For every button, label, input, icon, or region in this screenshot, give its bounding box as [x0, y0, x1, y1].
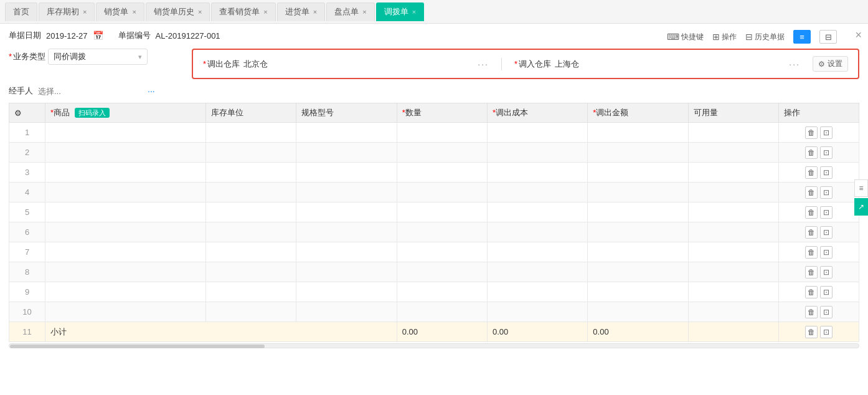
row-copy-9[interactable]: ⊡ [820, 286, 833, 298]
row-qty-8[interactable] [397, 262, 487, 282]
row-qty-5[interactable] [397, 202, 487, 222]
tab-home[interactable]: 首页 [5, 2, 37, 21]
row-delete-2[interactable]: 🗑 [805, 146, 818, 159]
row-available-4[interactable] [688, 183, 778, 202]
row-unit-9[interactable] [206, 282, 296, 302]
row-amount-6[interactable] [588, 222, 688, 242]
row-qty-10[interactable] [397, 302, 487, 322]
ops-button[interactable]: ⊞ 操作 [712, 32, 737, 42]
row-amount-10[interactable] [588, 302, 688, 322]
row-copy-7[interactable]: ⊡ [820, 246, 833, 259]
row-available-7[interactable] [688, 242, 778, 262]
row-cost-7[interactable] [487, 242, 587, 262]
window-close-button[interactable]: × [855, 29, 862, 42]
row-spec-7[interactable] [296, 242, 397, 262]
row-cost-6[interactable] [487, 222, 587, 242]
tab-close-purchase[interactable]: × [313, 8, 317, 16]
tab-inventory-init[interactable]: 库存期初 × [39, 2, 95, 21]
row-amount-2[interactable] [588, 143, 688, 163]
row-product-5[interactable] [45, 202, 206, 222]
row-product-10[interactable] [45, 302, 206, 322]
row-amount-7[interactable] [588, 242, 688, 262]
row-available-5[interactable] [688, 202, 778, 222]
tab-view-sales[interactable]: 查看销货单 × [211, 2, 275, 21]
business-type-selector[interactable]: 同价调拨 ▾ [48, 49, 148, 65]
row-cost-10[interactable] [487, 302, 587, 322]
horizontal-scrollbar[interactable] [9, 343, 859, 348]
right-tool-export-icon[interactable]: ↗ [854, 198, 868, 216]
tab-close-sales-history[interactable]: × [198, 8, 202, 16]
row-unit-1[interactable] [206, 123, 296, 143]
row-delete-4[interactable]: 🗑 [805, 186, 818, 199]
row-qty-2[interactable] [397, 143, 487, 163]
row-qty-4[interactable] [397, 183, 487, 202]
row-copy-11[interactable]: ⊡ [820, 326, 833, 338]
row-qty-3[interactable] [397, 163, 487, 183]
row-product-6[interactable] [45, 222, 206, 242]
tab-stocktake[interactable]: 盘点单 × [326, 2, 374, 21]
row-product-3[interactable] [45, 163, 206, 183]
row-qty-7[interactable] [397, 242, 487, 262]
row-cost-2[interactable] [487, 143, 587, 163]
list-view-button[interactable]: ≡ [793, 30, 811, 44]
shortcut-button[interactable]: ⌨ 快捷键 [667, 32, 704, 42]
tab-close-sales[interactable]: × [132, 8, 136, 16]
row-delete-9[interactable]: 🗑 [805, 286, 818, 298]
tab-sales-history[interactable]: 销货单历史 × [146, 2, 210, 21]
row-amount-3[interactable] [588, 163, 688, 183]
row-unit-6[interactable] [206, 222, 296, 242]
row-available-1[interactable] [688, 123, 778, 143]
row-cost-8[interactable] [487, 262, 587, 282]
row-amount-1[interactable] [588, 123, 688, 143]
row-amount-8[interactable] [588, 262, 688, 282]
scrollbar-thumb[interactable] [10, 345, 265, 348]
calendar-icon[interactable]: 📅 [93, 31, 103, 40]
row-product-4[interactable] [45, 183, 206, 202]
row-unit-2[interactable] [206, 143, 296, 163]
row-product-1[interactable] [45, 123, 206, 143]
row-copy-1[interactable]: ⊡ [820, 126, 833, 139]
handler-more-button[interactable]: ··· [148, 86, 155, 96]
handler-input[interactable] [38, 87, 143, 96]
row-delete-7[interactable]: 🗑 [805, 246, 818, 259]
row-spec-4[interactable] [296, 183, 397, 202]
row-copy-4[interactable]: ⊡ [820, 186, 833, 199]
row-cost-1[interactable] [487, 123, 587, 143]
row-copy-3[interactable]: ⊡ [820, 166, 833, 179]
row-cost-4[interactable] [487, 183, 587, 202]
scan-button[interactable]: 扫码录入 [75, 108, 110, 118]
row-unit-3[interactable] [206, 163, 296, 183]
row-spec-2[interactable] [296, 143, 397, 163]
row-spec-10[interactable] [296, 302, 397, 322]
settings-button[interactable]: ⚙ 设置 [813, 56, 848, 72]
row-available-2[interactable] [688, 143, 778, 163]
tab-close-inventory-init[interactable]: × [83, 8, 87, 16]
row-cost-3[interactable] [487, 163, 587, 183]
row-unit-4[interactable] [206, 183, 296, 202]
row-delete-8[interactable]: 🗑 [805, 266, 818, 278]
row-qty-1[interactable] [397, 123, 487, 143]
tab-purchase[interactable]: 进货单 × [277, 2, 325, 21]
row-delete-3[interactable]: 🗑 [805, 166, 818, 179]
row-available-3[interactable] [688, 163, 778, 183]
row-delete-5[interactable]: 🗑 [805, 206, 818, 219]
th-settings[interactable]: ⚙ [9, 103, 45, 123]
row-available-6[interactable] [688, 222, 778, 242]
history-button[interactable]: ⊟ 历史单据 [745, 32, 785, 42]
row-spec-1[interactable] [296, 123, 397, 143]
row-available-8[interactable] [688, 262, 778, 282]
transfer-in-more-button[interactable]: ··· [789, 59, 800, 69]
right-tool-list-icon[interactable]: ≡ [854, 179, 868, 197]
row-amount-4[interactable] [588, 183, 688, 202]
tab-close-stocktake[interactable]: × [362, 8, 366, 16]
row-spec-6[interactable] [296, 222, 397, 242]
row-qty-6[interactable] [397, 222, 487, 242]
row-spec-3[interactable] [296, 163, 397, 183]
grid-view-button[interactable]: ⊟ [819, 30, 837, 44]
row-copy-10[interactable]: ⊡ [820, 306, 833, 318]
row-unit-8[interactable] [206, 262, 296, 282]
row-cost-5[interactable] [487, 202, 587, 222]
row-spec-5[interactable] [296, 202, 397, 222]
row-delete-11[interactable]: 🗑 [805, 326, 818, 338]
row-delete-1[interactable]: 🗑 [805, 126, 818, 139]
